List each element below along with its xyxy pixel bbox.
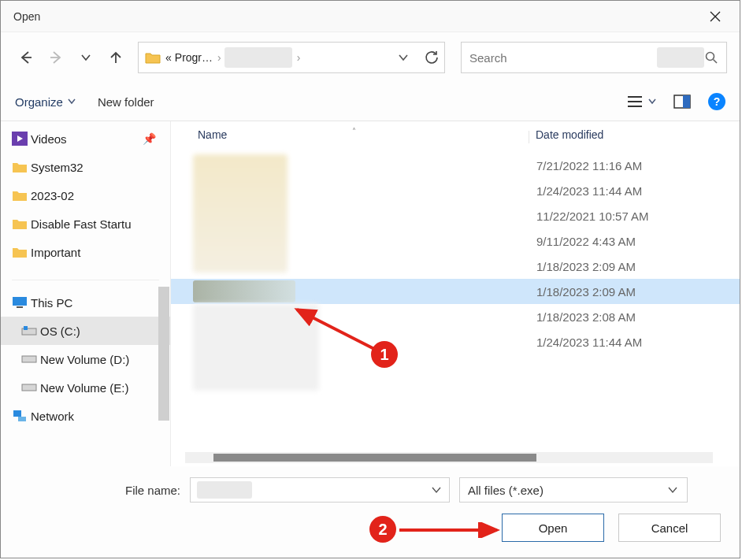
search-input[interactable] [469,51,657,65]
close-button[interactable] [697,4,733,29]
svg-line-12 [297,310,377,350]
recent-button[interactable] [73,45,98,70]
sidebar-item-this-pc[interactable]: This PC [1,288,170,317]
vertical-scrollbar[interactable] [158,287,169,421]
file-type-combobox[interactable]: All files (*.exe) [459,477,688,503]
drive-icon [21,380,37,395]
file-date: 1/24/2023 11:44 AM [529,184,642,198]
sidebar-item-label: 2023-02 [31,189,74,202]
sidebar-item-videos[interactable]: Videos 📌 [1,124,170,153]
sidebar-item-system32[interactable]: System32 [1,153,170,181]
file-row[interactable]: 11/22/2021 10:57 AM [171,203,740,228]
caret-down-icon [68,98,76,105]
file-name-value-redacted [197,481,252,499]
file-name-row: File name: All files (*.exe) [15,477,725,503]
help-button[interactable]: ? [708,93,725,110]
dialog-bottom: File name: All files (*.exe) Open Cancel [1,466,740,558]
navigation-bar: « Progr… › › [1,32,740,83]
column-header-row: Name ˄ Date modified [171,121,740,143]
column-name[interactable]: Name ˄ [171,128,529,141]
file-row[interactable]: 1/24/2023 11:44 AM [171,329,740,354]
scrollbar-thumb[interactable] [213,454,536,462]
organize-label: Organize [15,95,63,109]
cancel-button[interactable]: Cancel [618,514,721,542]
refresh-icon [424,50,440,65]
sidebar-item-label: New Volume (E:) [40,381,129,395]
file-name-combobox[interactable] [190,477,450,503]
content-area: Videos 📌 System32 2023-02 Disable Fast S… [1,121,740,466]
open-file-dialog: Open « Progr… › › [0,0,740,558]
file-row[interactable]: 1/18/2023 2:09 AM [171,254,740,279]
toolbar: Organize New folder ? [1,83,740,121]
file-list-pane: Name ˄ Date modified 7/21/2022 11:16 AM [171,121,740,466]
forward-button[interactable] [43,45,69,70]
window-title: Open [13,10,40,23]
drive-icon [21,324,37,338]
open-button-label: Open [539,521,568,535]
folder-icon [12,160,28,174]
sidebar-item-label: New Volume (D:) [40,353,129,366]
folder-icon [12,217,28,231]
file-name-redacted [171,254,529,279]
help-icon: ? [714,95,721,108]
view-menu[interactable] [626,95,656,109]
sidebar-item-new-volume-d[interactable]: New Volume (D:) [1,345,170,373]
sidebar-item-network[interactable]: Network [1,402,170,430]
file-type-dropdown[interactable] [666,484,679,496]
search-icon [704,50,718,65]
column-name-label: Name [198,128,227,141]
sidebar-item-2023-02[interactable]: 2023-02 [1,181,170,210]
new-folder-button[interactable]: New folder [98,95,154,109]
file-name-redacted [171,203,529,228]
callout-1: 1 [371,341,398,368]
file-row[interactable]: 1/18/2023 2:08 AM [171,304,740,329]
file-row-selected[interactable]: 1/18/2023 2:09 AM [171,279,740,304]
sidebar-item-os-c[interactable]: OS (C:) [1,317,170,345]
breadcrumb-redacted [224,47,292,68]
refresh-button[interactable] [424,50,440,65]
svg-rect-5 [17,306,23,308]
horizontal-scrollbar[interactable] [185,452,713,463]
column-date-label: Date modified [536,128,603,141]
folder-icon [12,188,28,202]
sidebar-item-new-volume-e[interactable]: New Volume (E:) [1,373,170,402]
pin-icon: 📌 [143,132,156,145]
file-name-redacted [171,153,529,178]
organize-menu[interactable]: Organize [15,95,76,109]
file-date: 11/22/2021 10:57 AM [529,210,649,223]
sidebar-item-important[interactable]: Important [1,238,170,266]
file-date: 1/18/2023 2:09 AM [529,285,636,299]
svg-point-0 [707,53,714,61]
arrow-up-icon [108,50,124,65]
address-bar[interactable]: « Progr… › › [138,42,445,73]
sidebar-item-label: Videos [31,132,67,146]
up-button[interactable] [103,45,128,70]
breadcrumb-1[interactable]: Progr… [175,51,213,64]
file-name-dropdown[interactable] [430,484,443,496]
file-date: 1/18/2023 2:09 AM [529,260,636,273]
back-button[interactable] [13,45,39,70]
breadcrumb-sep: › [217,51,221,64]
file-date: 7/21/2022 11:16 AM [529,159,642,172]
sidebar-item-disable-fast[interactable]: Disable Fast Startu [1,210,170,238]
search-box[interactable] [461,42,727,73]
search-scope-redacted [657,47,704,68]
file-name-redacted [171,228,529,254]
sidebar-item-label: Disable Fast Startu [31,217,132,231]
open-button[interactable]: Open [502,514,604,542]
chevron-down-icon [430,484,443,496]
file-row[interactable]: 1/24/2023 11:44 AM [171,178,740,203]
file-row[interactable]: 9/11/2022 4:43 AM [171,228,740,254]
svg-rect-11 [18,417,26,421]
address-dropdown[interactable] [397,51,410,64]
callout-2: 2 [369,516,396,543]
file-row[interactable]: 7/21/2022 11:16 AM [171,153,740,178]
file-name-redacted [171,279,529,304]
sidebar-item-label: OS (C:) [40,325,80,338]
sidebar-item-label: System32 [31,161,83,174]
svg-rect-7 [24,326,28,330]
column-date[interactable]: Date modified [529,128,603,141]
preview-pane-button[interactable] [673,95,691,109]
caret-down-icon [648,98,656,105]
arrow-right-icon [48,50,64,65]
